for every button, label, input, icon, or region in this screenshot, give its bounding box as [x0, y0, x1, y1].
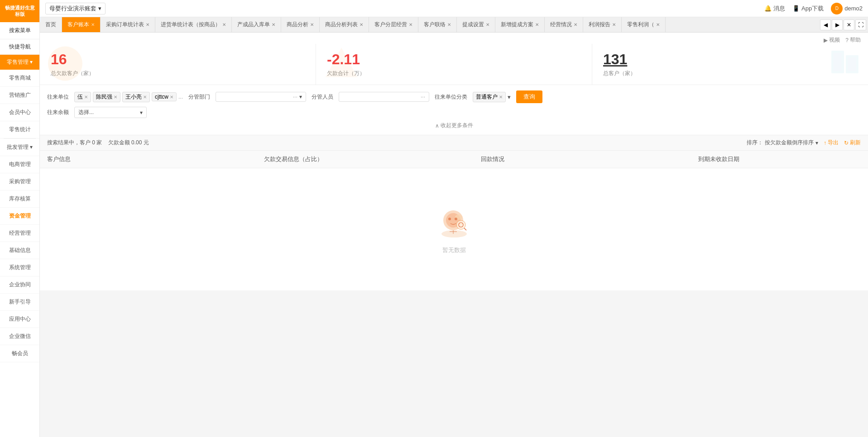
tab-ops-status[interactable]: 经营情况 ✕: [545, 17, 583, 33]
sidebar-item-retail-mgmt[interactable]: 零售管理 ▾: [0, 55, 39, 70]
unit-tag-cjttcw-close[interactable]: ✕: [170, 95, 173, 100]
stat-total-all-customers: 131 总客户（家）: [592, 44, 868, 85]
tab-inventory-stats-close[interactable]: ✕: [222, 22, 226, 27]
video-help-bar: ▶ 视频 ? 帮助: [40, 33, 868, 44]
tab-product-analysis[interactable]: 商品分析 ✕: [281, 17, 320, 33]
stat-all-customers-value: 131: [603, 51, 857, 68]
sidebar-item-enterprise[interactable]: 企业协同: [0, 276, 39, 294]
tab-customer-contact[interactable]: 客户联络 ✕: [418, 17, 457, 33]
stat-total-debt-customers: ¥ 16 总欠款客户（家）: [40, 44, 316, 85]
top-bar-left: 母婴行业演示账套 ▾: [45, 3, 106, 14]
tab-raise-settings[interactable]: 提成设置 ✕: [457, 17, 495, 33]
tab-profit-report-close[interactable]: ✕: [612, 22, 616, 27]
unit-tag-chen[interactable]: 陈民强 ✕: [93, 92, 120, 102]
sidebar-item-operations[interactable]: 经营管理: [0, 225, 39, 242]
customer-balance-page: ▶ 视频 ? 帮助 ¥ 16 总欠款客户（家）: [40, 33, 868, 290]
tab-retail-profit-close[interactable]: ✕: [656, 22, 660, 27]
tab-ops-status-close[interactable]: ✕: [574, 22, 577, 27]
sidebar-item-retail-stats[interactable]: 零售统计: [0, 121, 39, 138]
unit-tag-wu-close[interactable]: ✕: [84, 95, 88, 100]
tab-add-raise-close[interactable]: ✕: [535, 22, 539, 27]
person-filter-label: 分管人员: [312, 93, 333, 101]
sidebar-item-inventory[interactable]: 库存核算: [0, 190, 39, 208]
tab-product-stock-label: 产成品入库单: [237, 21, 270, 28]
balance-filter-select[interactable]: 选择... ▾: [74, 107, 147, 118]
sidebar-item-member[interactable]: 会员中心: [0, 104, 39, 121]
sidebar-item-wholesale[interactable]: 批发管理 ▾: [0, 139, 39, 156]
stats-row: ¥ 16 总欠款客户（家） -2.11 欠款合计（万）: [40, 44, 868, 85]
tab-product-stock[interactable]: 产成品入库单 ✕: [232, 17, 281, 33]
tab-customer-segment-close[interactable]: ✕: [409, 22, 412, 27]
tab-home[interactable]: 首页: [40, 17, 62, 33]
collapse-button[interactable]: ∧ 收起更多条件: [435, 122, 473, 129]
messages-button[interactable]: 🔔 消息: [764, 5, 785, 13]
app-logo[interactable]: 畅捷通好生意 标版: [0, 0, 39, 22]
tab-purchase-order-close[interactable]: ✕: [146, 22, 149, 27]
query-button[interactable]: 查询: [516, 90, 542, 103]
sidebar-item-system[interactable]: 系统管理: [0, 259, 39, 276]
sidebar-item-app-center[interactable]: 应用中心: [0, 311, 39, 328]
sidebar-search[interactable]: 搜索菜单: [0, 22, 39, 39]
user-profile[interactable]: D demo2: [831, 3, 863, 14]
sidebar-item-newbie[interactable]: 新手引导: [0, 294, 39, 311]
tab-product-analysis-close[interactable]: ✕: [310, 22, 314, 27]
tab-customer-balance[interactable]: 客户账本 ✕: [62, 17, 101, 33]
unit-tag-wang[interactable]: 王小亮 ✕: [122, 92, 150, 102]
customer-suffix: 家: [96, 139, 102, 146]
tab-purchase-order[interactable]: 采购订单统计表 ✕: [101, 17, 155, 33]
tab-fullscreen-button[interactable]: ⛶: [855, 19, 866, 30]
svg-text:¥: ¥: [60, 52, 70, 71]
app-download-label: App下载: [801, 5, 824, 13]
unit-type-tag-close[interactable]: ✕: [499, 95, 503, 100]
tab-profit-report-label: 利润报告: [589, 21, 610, 28]
help-button[interactable]: ? 帮助: [845, 36, 861, 44]
unit-more-btn[interactable]: ...: [178, 94, 183, 100]
sidebar-item-basic-info[interactable]: 基础信息: [0, 242, 39, 259]
unit-type-dropdown[interactable]: ▾: [508, 94, 511, 100]
results-bar-right: 排序： 按欠款金额倒序排序 ▾ ↑ 导出 ↻ 刷新: [747, 139, 861, 147]
tab-customer-segment[interactable]: 客户分层经营 ✕: [369, 17, 418, 33]
tab-retail-profit[interactable]: 零售利润（ ✕: [622, 17, 666, 33]
user-avatar: D: [831, 3, 843, 14]
unit-tag-wu[interactable]: 伍 ✕: [74, 92, 91, 102]
tab-next-button[interactable]: ▶: [832, 19, 843, 30]
unit-tag-chen-close[interactable]: ✕: [114, 95, 117, 100]
tab-prev-button[interactable]: ◀: [820, 19, 831, 30]
tab-add-raise[interactable]: 新增提成方案 ✕: [495, 17, 545, 33]
unit-tag-cjttcw[interactable]: cjttcw ✕: [152, 92, 177, 101]
col-header-debt: 欠款交易信息（占比）: [264, 155, 481, 163]
sidebar-item-vip[interactable]: 畅会员: [0, 345, 39, 362]
sort-select[interactable]: 排序： 按欠款金额倒序排序 ▾: [747, 139, 818, 147]
tab-product-analysis-list-label: 商品分析列表: [325, 21, 358, 28]
refresh-button[interactable]: ↻ 刷新: [844, 139, 861, 147]
sidebar-item-finance[interactable]: 资金管理: [0, 208, 39, 225]
person-filter-select[interactable]: ···: [339, 92, 429, 102]
tab-profit-report[interactable]: 利润报告 ✕: [583, 17, 622, 33]
app-download-button[interactable]: 📱 App下载: [792, 5, 824, 13]
dept-filter-select[interactable]: ··· ▾: [216, 92, 306, 102]
tab-raise-settings-close[interactable]: ✕: [486, 22, 489, 27]
store-selector[interactable]: 母婴行业演示账套 ▾: [45, 3, 106, 14]
tab-product-analysis-list-close[interactable]: ✕: [360, 22, 363, 27]
logo-text: 畅捷通好生意 标版: [4, 5, 36, 18]
sidebar-item-marketing[interactable]: 营销推广: [0, 87, 39, 104]
sidebar-item-retail-store[interactable]: 零售商城: [0, 70, 39, 87]
unit-type-tag-normal[interactable]: 普通客户 ✕: [473, 92, 506, 102]
tab-product-analysis-list[interactable]: 商品分析列表 ✕: [320, 17, 369, 33]
tab-close-all-button[interactable]: ✕: [844, 19, 854, 30]
sidebar-item-purchase[interactable]: 采购管理: [0, 173, 39, 190]
unit-tag-wang-close[interactable]: ✕: [143, 95, 147, 100]
video-button[interactable]: ▶ 视频: [824, 36, 840, 44]
export-button[interactable]: ↑ 导出: [824, 139, 839, 147]
tab-inventory-stats[interactable]: 进货单统计表（按商品） ✕: [155, 17, 232, 33]
sidebar-item-ecommerce[interactable]: 电商管理: [0, 156, 39, 173]
sidebar-item-wechat[interactable]: 企业微信: [0, 328, 39, 345]
sidebar-quick-nav[interactable]: 快捷导航: [0, 39, 39, 55]
tab-product-stock-close[interactable]: ✕: [272, 22, 275, 27]
tab-customer-balance-close[interactable]: ✕: [91, 22, 95, 27]
tab-purchase-order-label: 采购订单统计表: [106, 21, 144, 28]
tab-raise-settings-label: 提成设置: [462, 21, 484, 28]
svg-rect-6: [848, 57, 856, 71]
tab-customer-contact-close[interactable]: ✕: [447, 22, 451, 27]
tab-inventory-stats-label: 进货单统计表（按商品）: [161, 21, 221, 28]
